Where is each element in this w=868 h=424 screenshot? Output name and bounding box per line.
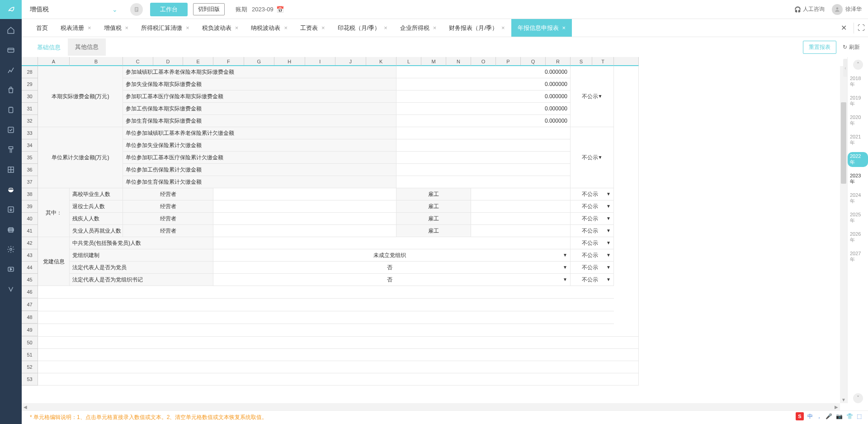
nav-bowl-icon[interactable] xyxy=(6,185,16,195)
row-head[interactable]: 49 xyxy=(22,324,38,336)
cell-value[interactable]: 0.000000 xyxy=(396,91,571,103)
col-head[interactable]: M xyxy=(421,57,446,66)
nav-v-icon[interactable] xyxy=(6,284,16,294)
cell-label[interactable]: 党组织建制 xyxy=(70,249,213,262)
year-chip[interactable]: 2027年 xyxy=(848,249,868,264)
nav-home-icon[interactable] xyxy=(6,25,16,35)
cell-value-dropdown[interactable]: 否▼ xyxy=(213,274,571,286)
row-head[interactable]: 50 xyxy=(22,337,38,349)
cell-value[interactable] xyxy=(396,164,571,176)
publish-cell[interactable]: 不公示▼ xyxy=(571,213,614,225)
tab-企业所得税[interactable]: 企业所得税× xyxy=(394,19,443,37)
module-dropdown[interactable]: 增值税 ⌄ xyxy=(22,5,126,14)
close-icon[interactable]: × xyxy=(88,24,91,31)
row-head[interactable]: 44 xyxy=(22,262,38,274)
nav-settings-icon[interactable] xyxy=(6,244,16,254)
row-head[interactable]: 33 xyxy=(22,127,38,139)
row-head[interactable]: 32 xyxy=(22,115,38,127)
cell-label[interactable]: 参加失业保险本期实际缴费金额 xyxy=(123,78,396,91)
row-head[interactable]: 48 xyxy=(22,311,38,324)
scroll-right-icon[interactable]: ▶ xyxy=(833,405,840,410)
ime-toolbar[interactable]: S 中 ， 🎤 📷 👕 ⬚ xyxy=(793,411,864,421)
col-head-CDE[interactable]: C D E xyxy=(123,57,213,66)
row-head[interactable]: 39 xyxy=(22,200,38,213)
year-chip[interactable]: 2020年 xyxy=(848,113,868,128)
close-icon[interactable]: × xyxy=(321,24,325,31)
row-head[interactable]: 31 xyxy=(22,103,38,115)
cell-value[interactable] xyxy=(396,152,571,164)
cell-role[interactable]: 经营者 xyxy=(123,188,213,200)
year-chip[interactable]: 2018年 xyxy=(848,74,868,89)
nav-clipboard-icon[interactable] xyxy=(6,105,16,115)
close-icon[interactable]: × xyxy=(235,24,239,31)
row-head[interactable]: 29 xyxy=(22,78,38,91)
cell-role[interactable]: 雇工 xyxy=(396,200,471,213)
tab-印花税（月/季）[interactable]: 印花税（月/季）× xyxy=(331,19,394,37)
calendar-icon[interactable]: 📅 xyxy=(276,6,284,13)
row-head[interactable]: 35 xyxy=(22,152,38,164)
cell-label[interactable]: 参加生育保险本期实际缴费金额 xyxy=(123,115,396,127)
nav-print-icon[interactable] xyxy=(6,224,16,234)
col-head[interactable]: N xyxy=(446,57,471,66)
tab-税负波动表[interactable]: 税负波动表× xyxy=(196,19,245,37)
cell-value[interactable] xyxy=(213,213,396,225)
close-all-tabs-button[interactable]: ✕ xyxy=(838,23,849,33)
year-chip[interactable]: 2023年 xyxy=(848,172,868,186)
expand-tabs-button[interactable]: ⛶ xyxy=(854,23,864,33)
row-head[interactable]: 42 xyxy=(22,237,38,249)
ime-s-icon[interactable]: S xyxy=(796,412,804,420)
subtab-other[interactable]: 其他信息 xyxy=(68,38,106,56)
row-head[interactable]: 45 xyxy=(22,274,38,286)
row-head[interactable]: 41 xyxy=(22,225,38,237)
nav-bag-icon[interactable] xyxy=(6,85,16,95)
scroll-down-icon[interactable]: ▼ xyxy=(840,396,847,403)
year-chip[interactable]: 2019年 xyxy=(848,94,868,109)
switch-old-button[interactable]: 切到旧版 xyxy=(193,3,225,15)
publish-cell[interactable]: 不公示▼ xyxy=(571,225,614,237)
cell-role[interactable]: 经营者 xyxy=(123,200,213,213)
row-head[interactable]: 38 xyxy=(22,188,38,200)
col-head[interactable]: O xyxy=(471,57,496,66)
help-link[interactable]: 🎧 人工咨询 xyxy=(794,5,825,13)
cell-value[interactable] xyxy=(213,200,396,213)
year-chip[interactable]: 2026年 xyxy=(848,230,868,245)
doc-icon-button[interactable] xyxy=(130,3,143,16)
cell-label[interactable]: 法定代表人是否为党组织书记 xyxy=(70,274,213,286)
tab-首页[interactable]: 首页 xyxy=(30,19,54,37)
empty-row[interactable] xyxy=(38,349,639,361)
nav-card-icon[interactable] xyxy=(6,45,16,55)
row-head[interactable]: 36 xyxy=(22,164,38,176)
empty-row[interactable] xyxy=(22,324,614,324)
col-head-FtoK[interactable]: F G H I J K xyxy=(213,57,396,66)
cell-role[interactable]: 雇工 xyxy=(396,225,471,237)
close-icon[interactable]: × xyxy=(562,24,566,31)
row-head[interactable]: 28 xyxy=(22,66,38,78)
cell-value[interactable] xyxy=(396,139,571,152)
cell-value[interactable] xyxy=(213,237,571,249)
cell-value[interactable] xyxy=(396,176,571,188)
cell-role[interactable]: 雇工 xyxy=(396,188,471,200)
cell-label[interactable]: 中共党员(包括预备党员)人数 xyxy=(70,237,213,249)
logo[interactable] xyxy=(0,0,22,19)
horizontal-scrollbar[interactable]: ◀ ▶ xyxy=(22,403,840,410)
tab-工资表[interactable]: 工资表× xyxy=(294,19,331,37)
close-icon[interactable]: × xyxy=(284,24,288,31)
empty-row[interactable] xyxy=(38,373,639,386)
cell-value-dropdown[interactable]: 否▼ xyxy=(213,262,571,274)
col-head[interactable]: L xyxy=(396,57,421,66)
cell-label[interactable]: 参加职工基本医疗保险本期实际缴费金额 xyxy=(123,91,396,103)
row-head[interactable]: 47 xyxy=(22,299,38,311)
cell-label[interactable]: 残疾人人数 xyxy=(70,213,123,225)
nav-export-icon[interactable] xyxy=(6,205,16,214)
cell-label[interactable]: 单位参加生育保险累计欠缴金额 xyxy=(123,176,396,188)
cell-value[interactable]: 0.000000 xyxy=(396,115,571,127)
cell-label[interactable]: 单位参加工伤保险累计欠缴金额 xyxy=(123,164,396,176)
empty-row[interactable] xyxy=(22,311,614,311)
cell-label[interactable]: 单位参加失业保险累计欠缴金额 xyxy=(123,139,396,152)
nav-chart-icon[interactable] xyxy=(6,65,16,75)
col-head-PQ[interactable]: P Q R xyxy=(496,57,571,66)
row-head[interactable]: 34 xyxy=(22,139,38,152)
scroll-left-icon[interactable]: ◀ xyxy=(22,405,29,410)
row-head[interactable]: 52 xyxy=(22,361,38,373)
cell-value[interactable]: 0.000000 xyxy=(396,103,571,115)
